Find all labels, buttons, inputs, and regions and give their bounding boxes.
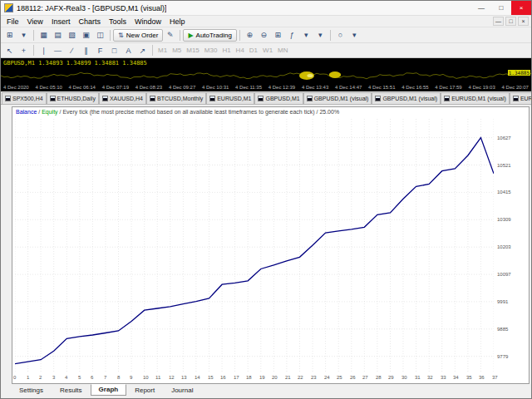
chart-tab[interactable]: GBPUSD,M1 [254,92,303,104]
new-order-label: New Order [126,32,159,39]
terminal-icon[interactable]: ▣ [79,29,93,42]
close-button[interactable]: × [511,1,531,15]
crosshair-icon[interactable]: + [17,44,31,57]
child-minimize-button[interactable]: — [493,17,504,26]
chart-thumb-icon [307,96,313,101]
period-button-w1[interactable]: W1 [260,45,275,57]
strategy-tester-icon[interactable]: ◫ [93,29,107,42]
mini-chart[interactable]: 1.34885 [1,68,531,83]
chart-tab-label: EURUSD,M1 [217,96,251,101]
y-axis-label: 10627 [497,135,511,140]
vertical-line-icon[interactable]: ∣ [37,44,51,57]
child-restore-button[interactable]: □ [505,17,516,26]
chart-thumb-icon [444,96,450,101]
price-marker: 1.34885 [508,70,530,76]
maximize-button[interactable]: □ [491,1,511,15]
menu-item-charts[interactable]: Charts [74,17,105,26]
period-button-m30[interactable]: M30 [202,45,220,57]
title-bar[interactable]: 188112: JAFX-Real3 - [GBPUSD,M1 (visual)… [1,1,531,16]
toolbar-main: ⊞▾▦▤▧▣◫⇅New Order✎▶AutoTrading⊕⊖⊞ƒ▾▾○▾ [1,27,531,43]
search-icon[interactable]: ○ [333,29,347,42]
x-axis-label: 32 [427,375,433,380]
tester-tab-journal[interactable]: Journal [163,385,201,397]
period-button-m5[interactable]: M5 [170,45,184,57]
chart-tab[interactable]: ETHUSD,Daily [47,92,99,104]
navigator-icon[interactable]: ▧ [65,29,79,42]
x-axis-label: 26 [350,375,356,380]
period-button-h4[interactable]: H4 [234,45,247,57]
time-axis-label: 4 Dec 11:35 [235,85,262,90]
chart-tab-label: SPX500,H4 [12,96,43,101]
period-button-m1[interactable]: M1 [155,45,170,57]
x-axis-label: 25 [337,375,342,380]
menu-item-view[interactable]: View [23,17,47,26]
period-button-h1[interactable]: H1 [219,45,233,57]
tester-tab-results[interactable]: Results [52,385,91,397]
x-axis-label: 11 [155,375,160,380]
chart-tab[interactable]: SPX500,H4 [2,92,47,104]
channel-icon[interactable]: ∥ [79,44,93,57]
y-axis: 1062710521104151030910203100979991988597… [495,119,527,372]
y-axis-label: 9991 [497,299,508,304]
new-chart-icon[interactable]: ⊞ [2,29,17,42]
x-axis-label: 21 [285,375,291,380]
menu-item-window[interactable]: Window [131,17,165,26]
menu-item-file[interactable]: File [2,17,23,26]
period-button-m15[interactable]: M15 [184,45,202,57]
tester-tab-report[interactable]: Report [126,385,163,397]
chart-tab[interactable]: GBPUSD,M1 (visual) [303,92,372,104]
autotrading-button[interactable]: ▶AutoTrading [183,29,236,42]
chart-tab[interactable]: EURUSD,M1 [206,92,254,104]
tester-tab-graph[interactable]: Graph [91,384,127,396]
trendline-icon[interactable]: ∕ [65,44,79,57]
data-window-icon[interactable]: ▤ [51,29,65,42]
time-axis-label: 4 Dec 09:27 [169,85,195,90]
time-axis-label: 4 Dec 20:07 [502,85,529,90]
tile-windows-icon[interactable]: ⊞ [271,29,285,42]
chart-tab-label: EURUSD,M1 (visual) [451,96,506,101]
market-watch-icon[interactable]: ▦ [37,29,51,42]
horizontal-line-icon[interactable]: ― [51,44,65,57]
chart-tab[interactable]: BTCUSD,Monthly [146,92,206,104]
x-axis-label: 12 [169,375,175,380]
child-close-button[interactable]: × [518,17,529,26]
x-axis-label: 13 [181,375,187,380]
help-dropdown-icon[interactable]: ▾ [347,29,362,42]
minimize-button[interactable]: — [471,1,491,15]
x-axis-label: 15 [208,375,214,380]
new-order-button[interactable]: ⇅New Order [113,29,163,42]
window-title: 188112: JAFX-Real3 - [GBPUSD,M1 (visual)… [17,4,166,12]
x-axis-label: 0 [13,375,16,380]
zoom-in-icon[interactable]: ⊕ [243,29,257,42]
shapes-icon[interactable]: □ [107,44,121,57]
tester-tab-settings[interactable]: Settings [11,385,52,397]
x-axis-label: 34 [453,375,459,380]
model-description: Every tick (the most precise method base… [62,109,314,115]
text-icon[interactable]: A [121,44,135,57]
menu-item-tools[interactable]: Tools [105,17,131,26]
periods-dropdown-icon[interactable]: ▾ [299,29,313,42]
chart-tab[interactable]: GBPUSD,M1 (visual) [372,92,441,104]
fibonacci-icon[interactable]: F [93,44,107,57]
zoom-out-icon[interactable]: ⊖ [257,29,271,42]
tester-graph[interactable]: Balance / Equity / Every tick (the most … [12,106,530,384]
cursor-icon[interactable]: ↖ [2,44,17,57]
toolbar-separator [239,30,240,41]
metaeditor-icon[interactable]: ✎ [163,29,177,42]
indicators-icon[interactable]: ƒ [285,29,299,42]
chart-tab[interactable]: EURUSD,M1 (visual) [510,92,531,104]
period-button-d1[interactable]: D1 [247,45,260,57]
chart-tab[interactable]: XAUUSD,H4 [99,92,146,104]
time-axis-label: 4 Dec 10:31 [202,85,229,90]
menu-item-insert[interactable]: Insert [47,17,75,26]
menu-item-help[interactable]: Help [165,17,190,26]
arrow-tools-icon[interactable]: ↗ [135,44,150,57]
templates-dropdown-icon[interactable]: ▾ [313,29,328,42]
period-button-mn[interactable]: MN [275,45,290,57]
menu-items: FileViewInsertChartsToolsWindowHelp [2,17,189,26]
chart-thumb-icon [50,96,56,101]
profiles-dropdown-icon[interactable]: ▾ [17,29,31,42]
chart-tab-label: ETHUSD,Daily [57,96,96,101]
chart-tab-label: GBPUSD,M1 (visual) [382,96,437,101]
chart-tab[interactable]: EURUSD,M1 (visual) [441,92,510,104]
